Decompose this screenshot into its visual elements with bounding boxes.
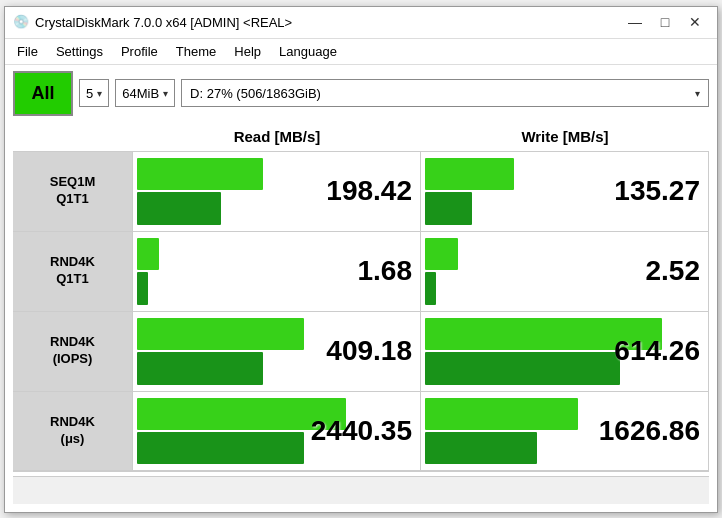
row-label-3: RND4K (μs) [13, 392, 133, 470]
read-cell-2: 409.18 [133, 312, 421, 391]
title-bar: 💿 CrystalDiskMark 7.0.0 x64 [ADMIN] <REA… [5, 7, 717, 39]
drive-select[interactable]: D: 27% (506/1863GiB) ▾ [181, 79, 709, 107]
write-cell-1: 2.52 [421, 232, 709, 311]
table-row: RND4K Q1T1 1.68 2.52 [13, 232, 709, 312]
read-cell-3: 2440.35 [133, 392, 421, 470]
main-content: Read [MB/s] Write [MB/s] SEQ1M Q1T1 198.… [5, 122, 717, 512]
read-cell-0: 198.42 [133, 152, 421, 231]
write-value-1: 2.52 [646, 255, 701, 287]
size-select[interactable]: 64MiB ▾ [115, 79, 175, 107]
toolbar: All 5 ▾ 64MiB ▾ D: 27% (506/1863GiB) ▾ [5, 65, 717, 122]
title-controls: — □ ✕ [621, 11, 709, 33]
read-value-2: 409.18 [326, 335, 412, 367]
title-left: 💿 CrystalDiskMark 7.0.0 x64 [ADMIN] <REA… [13, 14, 292, 30]
read-header: Read [MB/s] [133, 122, 421, 151]
results-header: Read [MB/s] Write [MB/s] [13, 122, 709, 152]
read-value-1: 1.68 [358, 255, 413, 287]
menu-help[interactable]: Help [226, 41, 269, 62]
status-bar [13, 476, 709, 504]
write-value-0: 135.27 [614, 175, 700, 207]
table-row: SEQ1M Q1T1 198.42 135.27 [13, 152, 709, 232]
app-icon: 💿 [13, 14, 29, 30]
main-window: 💿 CrystalDiskMark 7.0.0 x64 [ADMIN] <REA… [4, 6, 718, 513]
minimize-button[interactable]: — [621, 11, 649, 33]
write-value-2: 614.26 [614, 335, 700, 367]
drive-arrow: ▾ [695, 88, 700, 99]
write-cell-2: 614.26 [421, 312, 709, 391]
menu-theme[interactable]: Theme [168, 41, 224, 62]
write-cell-0: 135.27 [421, 152, 709, 231]
read-value-3: 2440.35 [311, 415, 412, 447]
menu-bar: File Settings Profile Theme Help Languag… [5, 39, 717, 65]
menu-file[interactable]: File [9, 41, 46, 62]
size-arrow: ▾ [163, 88, 168, 99]
read-cell-1: 1.68 [133, 232, 421, 311]
write-header: Write [MB/s] [421, 122, 709, 151]
table-row: RND4K (IOPS) 409.18 614.26 [13, 312, 709, 392]
drive-value: D: 27% (506/1863GiB) [190, 86, 321, 101]
menu-profile[interactable]: Profile [113, 41, 166, 62]
write-value-3: 1626.86 [599, 415, 700, 447]
row-label-2: RND4K (IOPS) [13, 312, 133, 391]
write-cell-3: 1626.86 [421, 392, 709, 470]
menu-settings[interactable]: Settings [48, 41, 111, 62]
window-title: CrystalDiskMark 7.0.0 x64 [ADMIN] <REAL> [35, 15, 292, 30]
read-value-0: 198.42 [326, 175, 412, 207]
maximize-button[interactable]: □ [651, 11, 679, 33]
results-table: SEQ1M Q1T1 198.42 135.27 RND4K Q1 [13, 152, 709, 472]
all-button[interactable]: All [13, 71, 73, 116]
count-arrow: ▾ [97, 88, 102, 99]
count-select[interactable]: 5 ▾ [79, 79, 109, 107]
size-value: 64MiB [122, 86, 159, 101]
table-row: RND4K (μs) 2440.35 1626.86 [13, 392, 709, 472]
count-value: 5 [86, 86, 93, 101]
menu-language[interactable]: Language [271, 41, 345, 62]
row-label-0: SEQ1M Q1T1 [13, 152, 133, 231]
row-label-1: RND4K Q1T1 [13, 232, 133, 311]
close-button[interactable]: ✕ [681, 11, 709, 33]
